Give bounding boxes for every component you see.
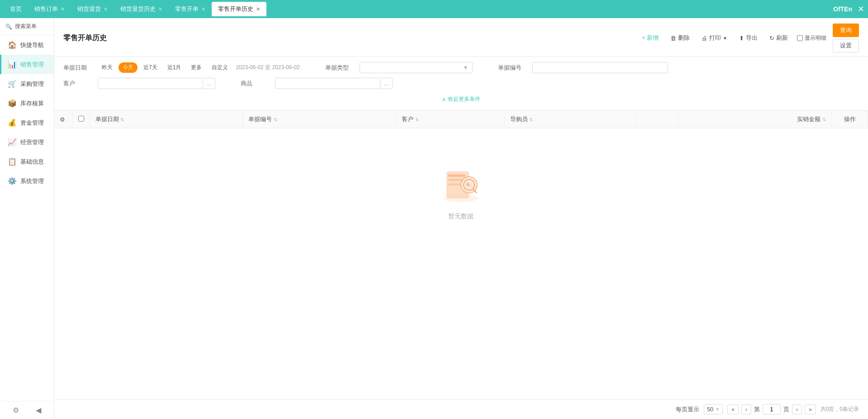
select-all-checkbox[interactable] [78, 116, 84, 122]
table-wrapper: ⚙ 单据日期 ⇅ 单据编号 ⇅ [54, 111, 868, 399]
doc-type-filter-label: 单据类型 [325, 64, 352, 72]
system-icon: ⚙️ [8, 177, 17, 185]
sidebar-item-label: 销售管理 [20, 61, 44, 69]
delete-button[interactable]: 🗑 删除 [668, 32, 693, 44]
customer-picker-btn[interactable]: ... [203, 79, 215, 89]
per-page-select[interactable]: 50 ▼ [704, 404, 723, 414]
sort-icon-amount: ⇅ [822, 117, 826, 122]
th-salesperson[interactable]: 导购员 ⇅ [504, 111, 635, 128]
settings-icon: ⚙ [60, 116, 65, 123]
content-area: 零售开单历史 + 新增 🗑 删除 🖨 打印 ▼ ⬆ 导出 ↻ [54, 18, 868, 419]
sort-icon-customer: ⇅ [415, 117, 419, 122]
empty-text: 暂无数据 [448, 212, 474, 221]
next-page-button[interactable]: › [792, 405, 802, 414]
first-page-button[interactable]: « [727, 405, 739, 414]
product-picker-btn[interactable]: ... [380, 79, 392, 89]
sort-icon-salesperson: ⇅ [529, 117, 533, 122]
tab-close-retail-open[interactable]: ✕ [201, 6, 205, 12]
tab-close-sales-return-history[interactable]: ✕ [158, 6, 162, 12]
product-input[interactable] [275, 78, 380, 89]
th-no[interactable]: 单据编号 ⇅ [243, 111, 396, 128]
tab-close-retail-history[interactable]: ✕ [256, 6, 260, 12]
page-title: 零售开单历史 [63, 33, 107, 43]
per-page-label: 每页显示 [676, 405, 699, 414]
tab-home[interactable]: 首页 [4, 2, 28, 16]
window-close-button[interactable]: ✕ [858, 4, 864, 14]
sidebar-bottom: ⚙ ◀ [0, 401, 54, 419]
settings-button[interactable]: 设置 [833, 39, 859, 52]
delete-icon: 🗑 [670, 35, 676, 42]
last-page-button[interactable]: » [805, 405, 816, 414]
today-btn[interactable]: 今天 [119, 62, 138, 73]
tab-close-sales-order[interactable]: ✕ [61, 6, 65, 12]
tab-bar-right: OfTEn ✕ [833, 4, 864, 14]
print-dropdown-icon: ▼ [723, 36, 727, 41]
product-input-wrapper: ... [275, 78, 393, 89]
sidebar-item-shortcut[interactable]: 🏠 快捷导航 [0, 35, 54, 55]
sidebar-item-label: 快捷导航 [20, 41, 44, 49]
tab-sales-return[interactable]: 销货退货 ✕ [71, 2, 114, 16]
th-action: 操作 [832, 111, 868, 128]
custom-btn[interactable]: 自定义 [208, 62, 232, 73]
last7days-btn[interactable]: 近7天 [139, 62, 161, 73]
page-label: 第 [754, 405, 760, 414]
date-range-display: 2023-06-02 至 2023-06-02 [236, 64, 299, 71]
pagination-bar: 每页显示 50 ▼ « ‹ 第 页 › » 共0页，0条记录 [54, 399, 868, 419]
sidebar-item-sales[interactable]: 📊 销售管理 [0, 55, 54, 74]
sidebar-item-inventory[interactable]: 📦 库存核算 [0, 94, 54, 113]
tab-bar: 首页 销售订单 ✕ 销货退货 ✕ 销货退货历史 ✕ 零售开单 ✕ 零售开单历史 … [0, 0, 868, 18]
export-button[interactable]: ⬆ 导出 [736, 32, 760, 44]
tab-retail-open[interactable]: 零售开单 ✕ [169, 2, 212, 16]
refresh-button[interactable]: ↻ 刷新 [767, 32, 791, 44]
doc-no-filter-label: 单据编号 [498, 64, 525, 72]
sidebar-item-basic[interactable]: 📋 基础信息 [0, 152, 54, 171]
collapse-row[interactable]: ∧ 收起更多条件 [63, 94, 859, 105]
more-btn[interactable]: 更多 [187, 62, 206, 73]
last-month-btn[interactable]: 近1月 [163, 62, 185, 73]
customer-input[interactable] [98, 78, 203, 89]
tab-retail-history[interactable]: 零售开单历史 ✕ [212, 2, 266, 16]
page-input[interactable] [763, 404, 781, 414]
doc-no-input[interactable] [532, 62, 668, 73]
sidebar-item-system[interactable]: ⚙️ 系统管理 [0, 171, 54, 191]
empty-row: 暂无数据 [54, 128, 868, 257]
tab-close-sales-return[interactable]: ✕ [104, 6, 108, 12]
doc-type-dropdown-icon: ▼ [463, 64, 469, 71]
sidebar-search[interactable]: 🔍 搜索菜单 [0, 18, 54, 35]
th-settings[interactable]: ⚙ [54, 111, 72, 128]
page-info: 共0页，0条记录 [821, 405, 859, 413]
table-body: 暂无数据 [54, 128, 868, 257]
sidebar-settings-button[interactable]: ⚙ [13, 406, 19, 414]
sidebar-collapse-button[interactable]: ◀ [36, 406, 41, 414]
tab-sales-return-history[interactable]: 销货退货历史 ✕ [114, 2, 169, 16]
sidebar: 🔍 搜索菜单 🏠 快捷导航 📊 销售管理 🛒 采购管理 📦 库存核算 💰 [0, 18, 54, 419]
date-shortcuts: 昨天 今天 近7天 近1月 更多 自定义 2023-06-02 至 2023-0… [98, 62, 300, 73]
doc-type-select[interactable]: ▼ [360, 62, 473, 73]
per-page-value: 50 [707, 406, 713, 413]
yesterday-btn[interactable]: 昨天 [98, 62, 117, 73]
refresh-icon: ↻ [769, 35, 774, 42]
print-button[interactable]: 🖨 打印 ▼ [699, 32, 730, 44]
th-check[interactable] [72, 111, 90, 128]
svg-rect-2 [448, 174, 465, 177]
th-spacer [635, 111, 678, 128]
export-icon: ⬆ [739, 35, 744, 42]
page-suffix: 页 [783, 405, 789, 414]
sidebar-item-finance[interactable]: 💰 资金管理 [0, 113, 54, 132]
th-amount[interactable]: 实销金额 ⇅ [678, 111, 832, 128]
main-layout: 🔍 搜索菜单 🏠 快捷导航 📊 销售管理 🛒 采购管理 📦 库存核算 💰 [0, 18, 868, 419]
customer-input-wrapper: ... [98, 78, 215, 89]
add-button[interactable]: + 新增 [639, 32, 661, 44]
product-filter-label: 商品 [241, 80, 268, 88]
tab-sales-order[interactable]: 销售订单 ✕ [28, 2, 71, 16]
prev-page-button[interactable]: ‹ [741, 405, 751, 414]
th-date[interactable]: 单据日期 ⇅ [90, 111, 243, 128]
th-customer[interactable]: 客户 ⇅ [396, 111, 504, 128]
sidebar-item-operation[interactable]: 📈 经营管理 [0, 132, 54, 152]
show-detail-checkbox-label[interactable]: 显示明细 [797, 34, 826, 42]
sidebar-item-purchase[interactable]: 🛒 采购管理 [0, 74, 54, 94]
show-detail-checkbox[interactable] [797, 35, 803, 41]
data-table: ⚙ 单据日期 ⇅ 单据编号 ⇅ [54, 111, 868, 257]
query-button[interactable]: 查询 [833, 24, 859, 37]
filter-row-2: 客户 ... 商品 ... [63, 78, 859, 89]
